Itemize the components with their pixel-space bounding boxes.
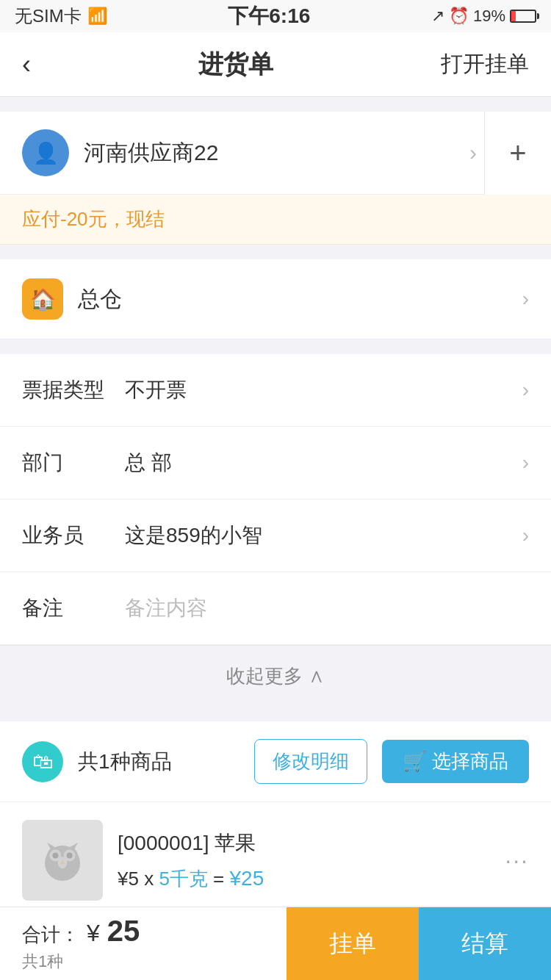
remark-row[interactable]: 备注 备注内容 bbox=[0, 572, 551, 645]
select-product-label: 选择商品 bbox=[432, 749, 508, 774]
status-left: 无SIM卡 📶 bbox=[15, 4, 107, 28]
battery-fill bbox=[511, 11, 516, 21]
dept-chevron-icon: › bbox=[522, 451, 529, 475]
price-value: ¥5 bbox=[118, 868, 139, 890]
currency-symbol: ¥ bbox=[87, 920, 100, 947]
carrier-text: 无SIM卡 bbox=[15, 4, 82, 28]
salesperson-value: 这是859的小智 bbox=[125, 522, 522, 550]
supplier-name: 河南供应商22 bbox=[84, 140, 218, 165]
product-name: [0000001] 苹果 bbox=[118, 829, 490, 857]
select-product-button[interactable]: 🛒 选择商品 bbox=[382, 740, 529, 783]
status-time: 下午6:16 bbox=[228, 2, 310, 30]
total-label: 合计： bbox=[22, 922, 79, 948]
salesperson-row[interactable]: 业务员 这是859的小智 › bbox=[0, 500, 551, 572]
products-count: 共1种商品 bbox=[78, 748, 240, 776]
warehouse-row[interactable]: 🏠 总仓 › bbox=[0, 259, 551, 339]
dept-label: 部门 bbox=[22, 449, 125, 477]
supplier-info: 河南供应商22 bbox=[84, 138, 469, 168]
footer-total-area: 合计： ¥ 25 共1种 bbox=[0, 915, 287, 973]
supplier-avatar: 👤 bbox=[22, 129, 69, 176]
product-code: [0000001] bbox=[118, 832, 209, 854]
dept-value: 总 部 bbox=[125, 449, 522, 477]
product-price: ¥5 x 5千克 = ¥25 bbox=[118, 866, 490, 892]
supplier-chevron-icon: › bbox=[469, 140, 477, 165]
invoice-label: 票据类型 bbox=[22, 376, 125, 404]
wifi-icon: 📶 bbox=[87, 7, 107, 26]
dept-row[interactable]: 部门 总 部 › bbox=[0, 427, 551, 500]
collapse-label: 收起更多 ∧ bbox=[226, 663, 324, 689]
bag-icon: 🛍 bbox=[32, 749, 53, 774]
supplier-section: 👤 河南供应商22 › + bbox=[0, 112, 551, 195]
notice-text: 应付-20元，现结 bbox=[22, 208, 165, 230]
remark-value[interactable]: 备注内容 bbox=[125, 594, 529, 622]
section-gap-2 bbox=[0, 245, 551, 259]
section-gap-4 bbox=[0, 707, 551, 721]
supplier-row[interactable]: 👤 河南供应商22 › bbox=[0, 112, 484, 195]
section-gap-1 bbox=[0, 97, 551, 112]
alarm-icon: ⏰ bbox=[449, 7, 469, 26]
invoice-value: 不开票 bbox=[125, 376, 522, 404]
warehouse-chevron-icon: › bbox=[522, 287, 529, 311]
product-thumbnail bbox=[22, 820, 103, 901]
footer: 合计： ¥ 25 共1种 挂单 结算 bbox=[0, 907, 551, 980]
svg-point-5 bbox=[52, 853, 58, 859]
equals-sign: = bbox=[213, 868, 229, 890]
home-icon: 🏠 bbox=[30, 287, 56, 311]
avatar-icon: 👤 bbox=[33, 141, 59, 165]
back-button[interactable]: ‹ bbox=[22, 49, 31, 80]
product-owl-icon bbox=[33, 831, 92, 890]
battery-icon bbox=[510, 10, 536, 23]
salesperson-label: 业务员 bbox=[22, 522, 125, 550]
remark-label: 备注 bbox=[22, 594, 125, 622]
price-x: x bbox=[144, 868, 159, 890]
product-item: [0000001] 苹果 ¥5 x 5千克 = ¥25 ··· bbox=[0, 802, 551, 919]
status-right: ↗ ⏰ 19% bbox=[431, 7, 536, 26]
product-title: 苹果 bbox=[215, 832, 256, 854]
svg-point-6 bbox=[67, 853, 73, 859]
invoice-row[interactable]: 票据类型 不开票 › bbox=[0, 354, 551, 427]
salesperson-chevron-icon: › bbox=[522, 524, 529, 547]
status-bar: 无SIM卡 📶 下午6:16 ↗ ⏰ 19% bbox=[0, 0, 551, 32]
total-amount: 25 bbox=[107, 915, 140, 948]
invoice-chevron-icon: › bbox=[522, 378, 529, 402]
product-more-button[interactable]: ··· bbox=[505, 847, 529, 874]
collapse-toggle[interactable]: 收起更多 ∧ bbox=[0, 645, 551, 707]
modify-detail-button[interactable]: 修改明细 bbox=[254, 739, 367, 784]
section-gap-3 bbox=[0, 339, 551, 354]
footer-total-row: 合计： ¥ 25 bbox=[22, 915, 264, 948]
main-content: 👤 河南供应商22 › + 应付-20元，现结 🏠 总仓 › 票据类型 不开票 … bbox=[0, 97, 551, 980]
hang-label: 挂单 bbox=[329, 928, 376, 960]
battery-pct: 19% bbox=[473, 7, 505, 26]
warehouse-name: 总仓 bbox=[78, 284, 522, 314]
settle-label: 结算 bbox=[461, 928, 508, 960]
cart-icon: 🛒 bbox=[403, 750, 426, 773]
add-supplier-button[interactable]: + bbox=[485, 112, 551, 195]
settle-button[interactable]: 结算 bbox=[419, 907, 551, 981]
page-title: 进货单 bbox=[198, 48, 273, 82]
products-header: 🛍 共1种商品 修改明细 🛒 选择商品 bbox=[0, 721, 551, 802]
open-hang-button[interactable]: 打开挂单 bbox=[441, 49, 529, 79]
warehouse-icon: 🏠 bbox=[22, 278, 63, 320]
footer-sub-label: 共1种 bbox=[22, 951, 264, 973]
location-icon: ↗ bbox=[431, 7, 444, 26]
quantity-value: 5千克 bbox=[159, 868, 207, 890]
product-info: [0000001] 苹果 ¥5 x 5千克 = ¥25 bbox=[118, 829, 490, 892]
hang-order-button[interactable]: 挂单 bbox=[287, 907, 419, 981]
notice-bar: 应付-20元，现结 bbox=[0, 195, 551, 245]
nav-bar: ‹ 进货单 打开挂单 bbox=[0, 32, 551, 97]
total-value: ¥25 bbox=[230, 867, 264, 890]
products-icon: 🛍 bbox=[22, 741, 63, 782]
